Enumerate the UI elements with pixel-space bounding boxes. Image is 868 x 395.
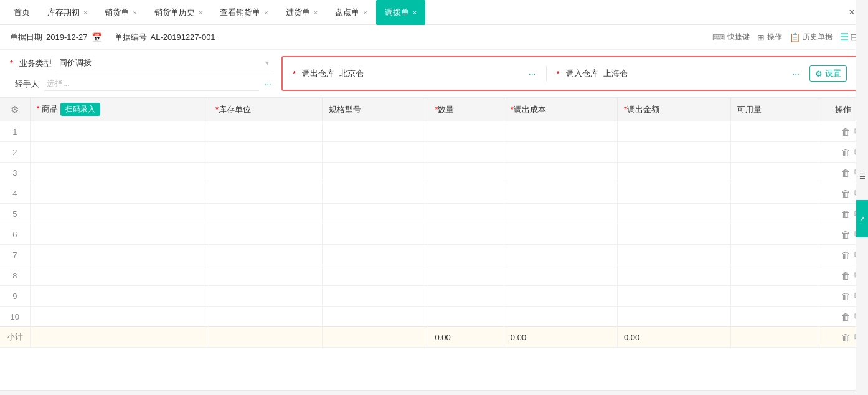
available-cell <box>731 163 818 183</box>
product-cell[interactable] <box>30 265 209 286</box>
qty-cell <box>428 163 504 183</box>
available-cell <box>731 286 818 307</box>
number-field: 单据编号 AL-20191227-001 <box>115 32 215 43</box>
row-number: 5 <box>0 204 30 224</box>
product-cell[interactable] <box>30 286 209 307</box>
row-number: 4 <box>0 183 30 204</box>
subtotal-label: 小计 <box>0 327 30 348</box>
handler-select[interactable]: 选择... <box>44 77 259 91</box>
cost-cell <box>504 121 617 142</box>
in-warehouse-more-button[interactable]: ··· <box>792 69 800 79</box>
row-number: 1 <box>0 121 30 142</box>
tab-inventory-count[interactable]: 盘点单 × <box>326 0 375 25</box>
list-layout-button[interactable]: ☰ <box>840 31 849 43</box>
available-column-header: 可用量 <box>731 98 818 121</box>
delete-icon[interactable]: 🗑 <box>841 250 851 260</box>
delete-icon[interactable]: 🗑 <box>841 188 851 199</box>
qty-cell <box>428 265 504 286</box>
product-cell[interactable] <box>30 142 209 163</box>
in-required-star: * <box>557 69 560 79</box>
tab-sales-order[interactable]: 销货单 × <box>96 0 145 25</box>
row-number: 2 <box>0 142 30 163</box>
sidebar-export-button[interactable]: ↗ <box>856 200 869 237</box>
tab-close-sales-order[interactable]: × <box>133 9 136 16</box>
delete-icon[interactable]: 🗑 <box>841 312 851 322</box>
unit-cell <box>209 204 323 224</box>
horizontal-scrollbar[interactable] <box>0 390 868 395</box>
delete-icon[interactable]: 🗑 <box>841 209 851 219</box>
delete-icon[interactable]: 🗑 <box>841 291 851 302</box>
handler-more-button[interactable]: ··· <box>264 79 271 89</box>
product-cell[interactable] <box>30 245 209 265</box>
delete-icon[interactable]: 🗑 <box>841 270 851 281</box>
table-row: 1 🗑 ⧉ <box>0 121 868 142</box>
tab-close-inventory-count[interactable]: × <box>363 9 367 16</box>
operations-button[interactable]: ⊞ 操作 <box>757 32 782 42</box>
out-warehouse-more-button[interactable]: ··· <box>529 69 536 79</box>
out-warehouse-label: 调出仓库 <box>302 68 334 79</box>
tab-view-sales[interactable]: 查看销货单 × <box>211 0 276 25</box>
tab-close-purchase-order[interactable]: × <box>314 9 318 16</box>
tab-close-sales-history[interactable]: × <box>199 9 202 16</box>
tab-transfer-order[interactable]: 调拨单 × <box>376 0 425 25</box>
business-type-select[interactable]: 同价调拨 ▾ <box>57 56 271 70</box>
table-settings-icon[interactable]: ⚙ <box>11 104 19 115</box>
calendar-icon[interactable]: 📅 <box>92 32 102 42</box>
left-config: * 业务类型 同价调拨 ▾ 经手人 选择... ··· <box>10 56 271 91</box>
product-cell[interactable] <box>30 307 209 327</box>
table-row: 9 🗑 ⧉ <box>0 286 868 307</box>
table-row: 2 🗑 ⧉ <box>0 142 868 163</box>
product-cell[interactable] <box>30 163 209 183</box>
available-cell <box>731 224 818 245</box>
unit-cell <box>209 245 323 265</box>
tab-close-inventory-init[interactable]: × <box>83 9 87 16</box>
delete-icon[interactable]: 🗑 <box>841 229 851 240</box>
form-header: 单据日期 2019-12-27 📅 单据编号 AL-20191227-001 ⌨… <box>0 25 868 50</box>
subtotal-cost: 0.00 <box>504 327 617 348</box>
gear-column-header[interactable]: ⚙ <box>0 98 30 121</box>
table-row: 10 🗑 ⧉ <box>0 307 868 327</box>
tab-close-view-sales[interactable]: × <box>264 9 268 16</box>
available-cell <box>731 245 818 265</box>
scan-button[interactable]: 扫码录入 <box>60 103 100 116</box>
required-star: * <box>10 59 13 68</box>
date-field: 单据日期 2019-12-27 📅 <box>10 32 102 43</box>
available-cell <box>731 307 818 327</box>
out-warehouse-value: 北京仓 <box>339 68 524 79</box>
product-cell[interactable] <box>30 224 209 245</box>
tab-home[interactable]: 首页 <box>5 0 39 25</box>
shortcut-button[interactable]: ⌨ 快捷键 <box>712 32 750 42</box>
delete-icon[interactable]: 🗑 <box>841 332 851 343</box>
warehouse-in-field: * 调入仓库 上海仓 ··· <box>557 68 800 79</box>
product-cell[interactable] <box>30 204 209 224</box>
cost-cell <box>504 204 617 224</box>
transfer-table: ⚙ * 商品 扫码录入 *库存单位 规格型号 *数量 *调出 <box>0 97 868 348</box>
tab-sales-history[interactable]: 销货单历史 × <box>146 0 211 25</box>
tab-close-transfer-order[interactable]: × <box>413 9 417 16</box>
table-row: 小计 0.00 0.00 0.00 🗑 ⧉ <box>0 327 868 348</box>
cost-cell <box>504 265 617 286</box>
table-row: 5 🗑 ⧉ <box>0 204 868 224</box>
warehouse-out-field: * 调出仓库 北京仓 ··· <box>293 68 536 79</box>
delete-icon[interactable]: 🗑 <box>841 168 851 178</box>
cost-cell <box>504 142 617 163</box>
cost-cell <box>504 307 617 327</box>
history-button[interactable]: 📋 历史单据 <box>790 32 833 42</box>
delete-icon[interactable]: 🗑 <box>841 126 851 137</box>
amount-cell <box>617 204 730 224</box>
qty-cell <box>428 307 504 327</box>
product-cell[interactable] <box>30 183 209 204</box>
qty-cell <box>428 183 504 204</box>
product-cell[interactable] <box>30 121 209 142</box>
unit-cell <box>209 265 323 286</box>
spec-cell <box>323 245 428 265</box>
delete-icon[interactable]: 🗑 <box>841 147 851 158</box>
tab-purchase-order[interactable]: 进货单 × <box>277 0 326 25</box>
sidebar-list-button[interactable]: ☰ <box>856 158 869 195</box>
handler-placeholder: 选择... <box>47 78 257 89</box>
row-number: 8 <box>0 265 30 286</box>
unit-cell <box>209 142 323 163</box>
tab-inventory-init[interactable]: 库存期初 × <box>39 0 96 25</box>
row-number: 6 <box>0 224 30 245</box>
warehouse-settings-button[interactable]: ⚙ 设置 <box>809 65 847 82</box>
